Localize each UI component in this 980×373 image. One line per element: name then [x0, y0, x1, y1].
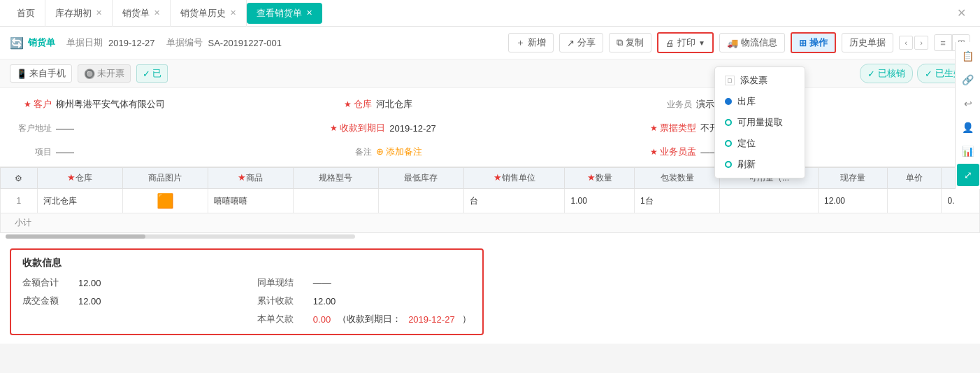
check-btn[interactable]: ✓ 已	[136, 64, 168, 83]
col-pkg: 包装数量	[635, 168, 720, 189]
customer-field: ★ 客户 柳州粤港平安气体有限公司	[10, 95, 330, 113]
window-close[interactable]: ✕	[957, 6, 966, 20]
col-price: 单价	[888, 168, 942, 189]
plus-icon: ＋	[516, 36, 525, 49]
history-button[interactable]: 历史单据	[842, 33, 893, 52]
subtotal-label: 小计	[1, 213, 980, 233]
table-row: 1 河北仓库 🟧 嘻嘻嘻嘻 台 1.00 1台 12.00 0.	[1, 189, 980, 213]
payment-date-field: ★ 收款到期日 2019-12-27	[330, 119, 650, 137]
locate-icon	[725, 140, 732, 147]
table-header-row: ⚙ ★仓库 商品图片 ★商品 规格型号 最低库存 ★销售单位 ★数量 包装数量 …	[1, 168, 980, 189]
row-pkg: 1台	[635, 189, 720, 213]
check-icon: ✓	[143, 69, 150, 79]
logistics-button[interactable]: 🚚 物流信息	[719, 33, 785, 52]
check-circle-icon: ✓	[867, 69, 875, 79]
row-num: 1	[1, 189, 38, 213]
share-icon: ↗	[567, 38, 575, 48]
dropdown-outbound[interactable]: 出库	[715, 91, 805, 112]
phone-icon: 📱	[16, 69, 27, 79]
check-circle-icon2: ✓	[925, 69, 932, 79]
list-view-btn[interactable]: ≡	[934, 34, 952, 51]
tab-view-sales[interactable]: 查看销货单 ✕	[247, 3, 322, 24]
tab-sales-history-close[interactable]: ✕	[230, 8, 236, 17]
available-qty-icon	[725, 119, 732, 126]
tab-view-sales-close[interactable]: ✕	[306, 8, 312, 17]
col-warehouse: ★仓库	[37, 168, 122, 189]
form-title: 🔄 销货单	[10, 36, 55, 50]
tab-sales[interactable]: 销货单 ✕	[113, 0, 171, 27]
payment-grid: 金额合计 12.00 同单现结 —— 成交金额 12.00 累计收款 12.00	[22, 275, 471, 327]
dropdown-locate[interactable]: 定位	[715, 133, 805, 154]
cumulative-item: 累计收款 12.00	[257, 293, 471, 309]
warehouse-field: ★ 仓库 河北仓库	[330, 95, 650, 113]
sidebar-icon-return[interactable]: ↩	[957, 92, 979, 115]
same-order-item: 同单现结 ——	[257, 275, 471, 290]
add-button[interactable]: ＋ 新增	[508, 33, 554, 52]
col-product: ★商品	[208, 168, 293, 189]
row-qty: 1.00	[565, 189, 635, 213]
tab-inventory[interactable]: 库存期初 ✕	[45, 0, 113, 27]
row-product: 嘻嘻嘻嘻	[208, 189, 293, 213]
products-table: ⚙ ★仓库 商品图片 ★商品 规格型号 最低库存 ★销售单位 ★数量 包装数量 …	[0, 167, 980, 233]
dropdown-add-invoice[interactable]: □ 添发票	[715, 70, 805, 91]
dropdown-menu: □ 添发票 出库 可用量提取 定位 刷新	[714, 66, 805, 178]
tab-bar: 首页 库存期初 ✕ 销货单 ✕ 销货单历史 ✕ 查看销货单 ✕ ✕	[0, 0, 980, 27]
copy-button[interactable]: ⧉ 复制	[609, 33, 651, 52]
col-unit: ★销售单位	[463, 168, 565, 189]
row-min-stock	[378, 189, 463, 213]
col-current: 现存量	[818, 168, 888, 189]
row-other: 0.	[942, 189, 980, 213]
sidebar-icon-link[interactable]: 🔗	[957, 69, 979, 91]
dropdown-available-qty[interactable]: 可用量提取	[715, 112, 805, 133]
toolbar-row: 📱 来自手机 🔘 未开票 ✓ 已 ✓ 已核销 ✓ 已生效	[0, 59, 980, 88]
sold-badge: ✓ 已核销	[860, 64, 913, 83]
share-button[interactable]: ↗ 分享	[559, 33, 603, 52]
project-field: 项目 ——	[10, 143, 330, 161]
sidebar-icon-chart[interactable]: 📊	[957, 140, 979, 162]
col-qty: ★数量	[565, 168, 635, 189]
invoice-icon: □	[725, 76, 735, 85]
fields-section: ★ 客户 柳州粤港平安气体有限公司 ★ 仓库 河北仓库 业务员 演示账号 客户地…	[0, 88, 980, 161]
clerk-field: 业务员 演示账号	[650, 95, 970, 113]
copy-icon: ⧉	[617, 37, 623, 48]
operation-button[interactable]: ⊞ 操作	[791, 32, 836, 53]
sidebar-icon-clipboard[interactable]: 📋	[957, 45, 979, 67]
tab-pager: ‹ ›	[899, 36, 928, 50]
payment-section: 收款信息 金额合计 12.00 同单现结 —— 成交金额 12.00 累计收款 …	[10, 248, 484, 335]
sidebar-icon-expand[interactable]: ⤢	[957, 164, 979, 186]
owed-item: 本单欠款 0.00 （收款到期日： 2019-12-27 ）	[257, 311, 471, 327]
ticket-icon: 🔘	[84, 69, 95, 79]
address-field: 客户地址 ——	[10, 119, 330, 137]
memo-field: 备注 ⊕ 添加备注	[330, 143, 650, 161]
refresh-icon	[725, 161, 732, 168]
form-actions: ＋ 新增 ↗ 分享 ⧉ 复制 🖨 打印 ▼ 🚚 物流信息 ⊞ 操	[508, 32, 970, 53]
tab-sales-history[interactable]: 销货单历史 ✕	[171, 0, 247, 27]
col-min-stock: 最低库存	[378, 168, 463, 189]
add-memo-btn[interactable]: ⊕ 添加备注	[376, 146, 422, 158]
row-price	[888, 189, 942, 213]
next-arrow[interactable]: ›	[914, 36, 928, 50]
row-available	[720, 189, 819, 213]
row-unit: 台	[463, 189, 565, 213]
print-icon: 🖨	[665, 38, 675, 48]
prev-arrow[interactable]: ‹	[899, 36, 913, 50]
sidebar-icon-user[interactable]: 👤	[957, 116, 979, 139]
col-settings[interactable]: ⚙	[1, 168, 38, 189]
clerk2-field: ★ 业务员盂 ——	[650, 143, 970, 161]
dropdown-refresh[interactable]: 刷新	[715, 154, 805, 175]
transaction-item: 成交金额 12.00	[22, 293, 236, 309]
payment-section-wrap: 收款信息 金额合计 12.00 同单现结 —— 成交金额 12.00 累计收款 …	[0, 240, 980, 344]
row-image: 🟧	[122, 189, 208, 213]
phone-btn[interactable]: 📱 来自手机	[10, 64, 72, 83]
grid-icon: ⊞	[799, 38, 807, 48]
total-item: 金额合计 12.00	[22, 275, 236, 290]
form-number: 单据编号 SA-20191227-001	[166, 36, 282, 49]
print-button[interactable]: 🖨 打印 ▼	[657, 32, 714, 53]
tab-home[interactable]: 首页	[7, 0, 45, 27]
tab-sales-close[interactable]: ✕	[154, 8, 160, 17]
col-image: 商品图片	[122, 168, 208, 189]
subtotal-row: 小计	[1, 213, 980, 233]
tab-inventory-close[interactable]: ✕	[96, 8, 102, 17]
plus-icon2: ⊕	[376, 146, 384, 157]
not-open-btn[interactable]: 🔘 未开票	[78, 64, 131, 83]
